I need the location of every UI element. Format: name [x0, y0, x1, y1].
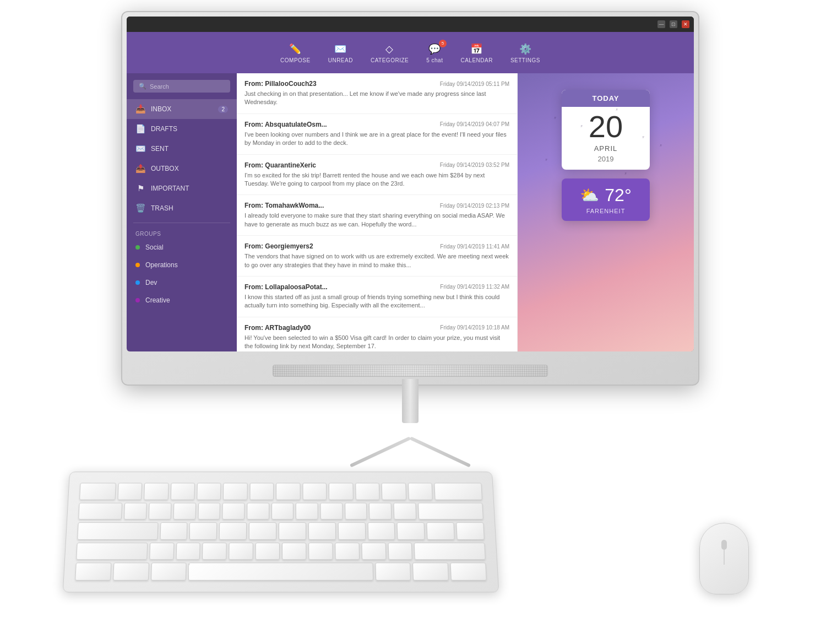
- key-q[interactable]: [124, 502, 147, 519]
- sidebar-item-trash[interactable]: 🗑️ TRASH: [127, 198, 237, 218]
- key-o[interactable]: [320, 502, 343, 519]
- key-comma[interactable]: [335, 543, 360, 560]
- close-button[interactable]: ✕: [682, 20, 689, 28]
- key-8[interactable]: [302, 483, 327, 500]
- key-7[interactable]: [276, 483, 300, 500]
- sidebar-item-important[interactable]: ⚑ IMPORTANT: [127, 178, 237, 198]
- toolbar-settings[interactable]: ⚙️ SETTINGS: [510, 42, 540, 63]
- key-alt-r[interactable]: [375, 563, 411, 581]
- key-z[interactable]: [149, 543, 174, 560]
- key-p[interactable]: [345, 502, 367, 519]
- key-ctrl-r[interactable]: [450, 563, 487, 581]
- key-m[interactable]: [308, 543, 333, 560]
- sidebar-item-inbox[interactable]: 📥 INBOX 2: [127, 99, 237, 119]
- email-date-6: Friday 09/14/2019 11:32 AM: [440, 284, 509, 290]
- search-box[interactable]: 🔍: [133, 80, 230, 93]
- keyboard[interactable]: [63, 472, 499, 592]
- key-u[interactable]: [271, 502, 294, 519]
- key-b[interactable]: [256, 543, 280, 560]
- sidebar-item-social[interactable]: Social: [127, 239, 237, 256]
- key-win[interactable]: [113, 563, 149, 581]
- stand-base: [328, 418, 493, 440]
- key-j[interactable]: [338, 522, 365, 539]
- key-a[interactable]: [160, 522, 188, 539]
- key-e[interactable]: [173, 502, 195, 519]
- key-i[interactable]: [296, 502, 318, 519]
- unread-label: UNREAD: [328, 57, 353, 63]
- key-menu[interactable]: [412, 563, 449, 581]
- maximize-button[interactable]: ⊡: [670, 20, 677, 28]
- key-6[interactable]: [249, 483, 274, 500]
- key-s[interactable]: [189, 522, 218, 539]
- email-item-3[interactable]: From: QuarantineXeric Friday 09/14/2019 …: [237, 155, 517, 196]
- creative-dot: [135, 298, 140, 302]
- sidebar-item-sent[interactable]: ✉️ SENT: [127, 139, 237, 159]
- key-row-2: [78, 502, 483, 519]
- key-semi[interactable]: [427, 522, 455, 539]
- key-backspace[interactable]: [434, 483, 482, 500]
- stand-neck: [402, 379, 419, 423]
- key-r[interactable]: [198, 502, 220, 519]
- key-v[interactable]: [229, 543, 253, 560]
- toolbar-chat[interactable]: 💬 5 5 chat: [426, 42, 443, 63]
- email-preview-5: The vendors that have signed on to work …: [244, 252, 509, 269]
- key-c[interactable]: [202, 543, 227, 560]
- key-fn[interactable]: [79, 483, 116, 500]
- key-t[interactable]: [222, 502, 245, 519]
- email-item-2[interactable]: From: AbsquatulateOsm... Friday 09/14/20…: [237, 114, 517, 155]
- key-bracket-l[interactable]: [369, 502, 392, 519]
- key-2[interactable]: [144, 483, 169, 500]
- key-n[interactable]: [282, 543, 306, 560]
- key-f[interactable]: [249, 522, 276, 539]
- cal-year: 2019: [562, 155, 650, 170]
- key-4[interactable]: [197, 483, 221, 500]
- email-item-7[interactable]: From: ARTbaglady00 Friday 09/14/2019 10:…: [237, 317, 517, 351]
- email-item-6[interactable]: From: LollapaloosaPotat... Friday 09/14/…: [237, 277, 517, 317]
- key-ctrl[interactable]: [75, 563, 111, 581]
- toolbar-compose[interactable]: ✏️ COMPOSE: [280, 42, 311, 63]
- toolbar-categorize[interactable]: ◇ CATEGORIZE: [371, 42, 409, 63]
- key-x[interactable]: [176, 543, 200, 560]
- sidebar-item-operations[interactable]: Operations: [127, 256, 237, 274]
- drafts-label: DRAFTS: [151, 125, 177, 133]
- key-caps[interactable]: [77, 522, 158, 539]
- key-12[interactable]: [408, 483, 433, 500]
- key-3[interactable]: [170, 483, 195, 500]
- toolbar-unread[interactable]: ✉️ UNREAD: [328, 42, 353, 63]
- key-slash[interactable]: [388, 543, 412, 560]
- email-item-4[interactable]: From: TomahawkWoma... Friday 09/14/2019 …: [237, 195, 517, 236]
- mouse-scroll-wheel[interactable]: [721, 540, 727, 550]
- key-10[interactable]: [355, 483, 380, 500]
- email-item-1[interactable]: From: PillalooCouch23 Friday 09/14/2019 …: [237, 73, 517, 114]
- toolbar-calendar[interactable]: 📅 CALENDAR: [460, 42, 492, 63]
- key-l[interactable]: [397, 522, 425, 539]
- key-space[interactable]: [188, 563, 373, 581]
- key-enter[interactable]: [418, 502, 483, 519]
- key-alt-l[interactable]: [150, 563, 186, 581]
- key-quote[interactable]: [456, 522, 484, 539]
- sidebar-item-creative[interactable]: Creative: [127, 291, 237, 309]
- mouse[interactable]: [699, 523, 749, 594]
- minimize-button[interactable]: —: [657, 20, 665, 28]
- key-d[interactable]: [219, 522, 247, 539]
- key-1[interactable]: [117, 483, 142, 500]
- email-item-5[interactable]: From: Georgiemyers2 Friday 09/14/2019 11…: [237, 236, 517, 277]
- key-h[interactable]: [308, 522, 336, 539]
- key-11[interactable]: [382, 483, 406, 500]
- sidebar-item-outbox[interactable]: 📤 OUTBOX: [127, 159, 237, 178]
- sidebar-item-drafts[interactable]: 📄 DRAFTS: [127, 119, 237, 139]
- sidebar-item-dev[interactable]: Dev: [127, 274, 237, 291]
- key-g[interactable]: [279, 522, 306, 539]
- search-input[interactable]: [150, 83, 225, 90]
- key-shift-l[interactable]: [76, 543, 148, 560]
- key-tab[interactable]: [78, 502, 122, 519]
- key-period[interactable]: [361, 543, 386, 560]
- key-k[interactable]: [367, 522, 395, 539]
- key-9[interactable]: [329, 483, 353, 500]
- bird-6: 〃: [659, 143, 663, 149]
- key-w[interactable]: [149, 502, 171, 519]
- key-5[interactable]: [223, 483, 247, 500]
- key-bracket-r[interactable]: [394, 502, 417, 519]
- key-shift-r[interactable]: [414, 543, 486, 560]
- key-y[interactable]: [247, 502, 269, 519]
